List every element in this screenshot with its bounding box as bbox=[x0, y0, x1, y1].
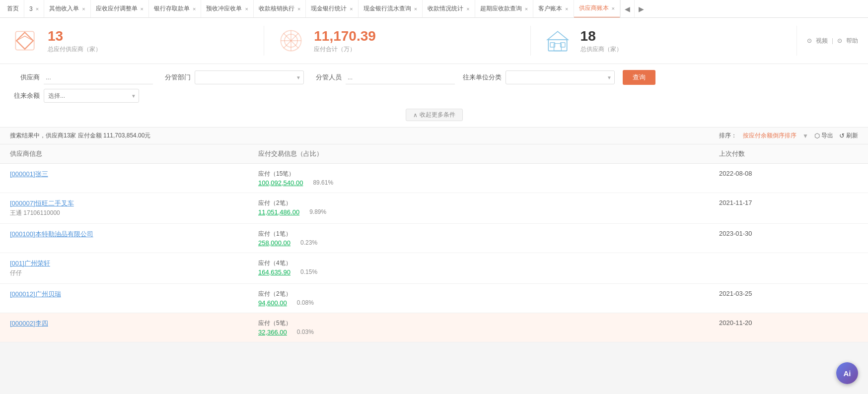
payable-amount-1[interactable]: 11,051,486.00 bbox=[258, 208, 299, 216]
last-payment-5: 2020-11-20 bbox=[719, 319, 858, 327]
nav-tab-other-income-close[interactable]: × bbox=[82, 6, 85, 12]
payable-percent-4: 0.08% bbox=[297, 299, 314, 306]
supplier-link-1[interactable]: [000007]恒旺二手叉车 bbox=[10, 199, 258, 208]
nav-tab-supplier-book[interactable]: 供应商账本 × bbox=[574, 0, 620, 18]
nav-tab-prepay-close[interactable]: × bbox=[245, 6, 248, 12]
export-icon: ⬡ bbox=[814, 132, 820, 139]
category-filter-label: 往来单位分类 bbox=[463, 73, 502, 82]
payable-cell-2: 258,000.00 0.23% bbox=[258, 238, 719, 247]
table-header: 供应商信息 应付交易信息（占比） 上次付数 bbox=[0, 144, 868, 164]
supplier-info-5: [000002]李四 bbox=[10, 319, 258, 328]
summary-card-payable-total: 11,170.39 应付合计（万） bbox=[264, 26, 530, 56]
nav-tab-overdue-close[interactable]: × bbox=[525, 6, 528, 12]
nav-tab-bank-close[interactable]: × bbox=[193, 6, 196, 12]
payable-info-3: 应付（4笔） 164,635.90 0.15% bbox=[258, 259, 719, 276]
nav-tab-other-income[interactable]: 其他收入单 × bbox=[44, 0, 90, 18]
payable-amount-0[interactable]: 100,092,540.00 bbox=[258, 179, 303, 187]
payable-info-2: 应付（1笔） 258,000.00 0.23% bbox=[258, 230, 719, 247]
nav-tab-payment[interactable]: 收款核销执行 × bbox=[254, 0, 306, 18]
summary-card-total-suppliers: 18 总供应商（家） bbox=[531, 26, 797, 56]
help-link[interactable]: 帮助 bbox=[846, 37, 858, 45]
nav-tab-collection-stat[interactable]: 收款情况统计 × bbox=[423, 0, 475, 18]
summary-section: 13 总应付供应商（家） 11,170.39 应付合计（万） bbox=[0, 18, 868, 64]
nav-arrow-right[interactable]: ▶ bbox=[634, 0, 648, 18]
supplier-sub-1: 王通 17106110000 bbox=[10, 209, 258, 217]
table-row: [000012]广州贝瑞 应付（2笔） 94,600.00 0.08% 2021… bbox=[0, 284, 868, 313]
nav-tab-bank[interactable]: 银行存取款单 × bbox=[149, 0, 201, 18]
payable-cell-0: 100,092,540.00 89.61% bbox=[258, 178, 719, 187]
sort-value[interactable]: 按应付余额倒序排序 bbox=[743, 131, 796, 140]
nav-tab-cash-bank-close[interactable]: × bbox=[350, 6, 353, 12]
person-filter-input[interactable] bbox=[346, 70, 455, 84]
filter-item-supplier: 供应商 bbox=[10, 70, 153, 84]
last-payment-1: 2021-11-17 bbox=[719, 199, 858, 206]
sort-dropdown-icon[interactable]: ▼ bbox=[802, 132, 808, 139]
payable-percent-1: 9.89% bbox=[309, 208, 326, 215]
refresh-icon: ↺ bbox=[839, 132, 845, 139]
payable-count-5: 应付（5笔） bbox=[258, 319, 719, 328]
payable-percent-2: 0.23% bbox=[300, 239, 317, 246]
nav-tab-overdue[interactable]: 超期应收款查询 × bbox=[475, 0, 533, 18]
payable-count-2: 应付（1笔） bbox=[258, 230, 719, 238]
balance-filter-input[interactable] bbox=[44, 89, 139, 103]
collapse-button[interactable]: ∧ 收起更多条件 bbox=[406, 109, 463, 121]
nav-tab-ar-ap-adjust[interactable]: 应收应付调整单 × bbox=[91, 0, 149, 18]
nav-tab-customer-book[interactable]: 客户账本 × bbox=[533, 0, 574, 18]
refresh-button[interactable]: ↺ 刷新 bbox=[839, 131, 858, 140]
nav-tab-supplier-book-close[interactable]: × bbox=[612, 5, 615, 11]
table-row: [000007]恒旺二手叉车 王通 17106110000 应付（2笔） 11,… bbox=[0, 193, 868, 224]
supplier-link-2[interactable]: [000100]本特勒油品有限公司 bbox=[10, 230, 258, 239]
supplier-filter-input[interactable] bbox=[44, 70, 153, 84]
export-button[interactable]: ⬡ 导出 bbox=[814, 131, 833, 140]
nav-tab-collection-stat-close[interactable]: × bbox=[466, 6, 469, 12]
payable-amount-4[interactable]: 94,600.00 bbox=[258, 299, 287, 307]
last-payment-date-1: 2021-11-17 bbox=[719, 199, 752, 206]
summary-icon-store bbox=[543, 26, 573, 56]
filter-row-1: 供应商 分管部门 ▼ 分管人员 往来单位分类 ▼ 查询 bbox=[10, 70, 858, 85]
filter-item-balance: 往来余额 ▼ bbox=[10, 89, 139, 103]
summary-card-payable-suppliers: 13 总应付供应商（家） bbox=[10, 26, 264, 56]
nav-tab-payment-close[interactable]: × bbox=[297, 6, 300, 12]
category-filter-input[interactable] bbox=[506, 70, 615, 84]
table-row: [000001]张三 应付（15笔） 100,092,540.00 89.61%… bbox=[0, 164, 868, 193]
payable-amount-3[interactable]: 164,635.90 bbox=[258, 268, 290, 276]
balance-filter-label: 往来余额 bbox=[10, 91, 40, 100]
result-actions: 排序： 按应付余额倒序排序 ▼ ⬡ 导出 ↺ 刷新 bbox=[719, 131, 858, 140]
nav-tab-prepay[interactable]: 预收冲应收单 × bbox=[201, 0, 253, 18]
nav-tab-ar-ap-adjust-close[interactable]: × bbox=[141, 6, 144, 12]
refresh-label: 刷新 bbox=[846, 131, 858, 140]
last-payment-date-0: 2022-08-08 bbox=[719, 170, 752, 177]
nav-tab-3[interactable]: 3 × bbox=[24, 0, 44, 18]
payable-cell-5: 32,366.00 0.03% bbox=[258, 328, 719, 336]
payable-percent-5: 0.03% bbox=[297, 328, 314, 335]
supplier-link-5[interactable]: [000002]李四 bbox=[10, 319, 258, 328]
collapse-up-icon: ∧ bbox=[413, 112, 418, 119]
payable-amount-5[interactable]: 32,366.00 bbox=[258, 328, 287, 336]
video-link[interactable]: 视频 bbox=[816, 37, 828, 45]
svg-rect-0 bbox=[15, 31, 34, 50]
last-payment-date-4: 2021-03-25 bbox=[719, 290, 752, 297]
payable-suppliers-label: 总应付供应商（家） bbox=[48, 45, 101, 54]
nav-tab-cash-flow-close[interactable]: × bbox=[414, 6, 417, 12]
dept-filter-input[interactable] bbox=[195, 70, 304, 84]
export-label: 导出 bbox=[821, 131, 833, 140]
collapse-label: 收起更多条件 bbox=[420, 111, 455, 119]
table-row: [001]广州荣轩 仔仔 应付（4笔） 164,635.90 0.15% bbox=[0, 253, 868, 284]
query-button[interactable]: 查询 bbox=[623, 70, 655, 85]
nav-tab-cash-flow[interactable]: 现金银行流水查询 × bbox=[359, 0, 423, 18]
supplier-link-3[interactable]: [001]广州荣轩 bbox=[10, 259, 258, 268]
nav-tab-3-close[interactable]: × bbox=[36, 6, 39, 12]
nav-tab-home[interactable]: 首页 bbox=[2, 0, 24, 18]
payable-total-number: 11,170.39 bbox=[314, 28, 376, 45]
nav-tab-cash-bank[interactable]: 现金银行统计 × bbox=[306, 0, 358, 18]
nav-tab-customer-book-close[interactable]: × bbox=[565, 6, 568, 12]
result-bar: 搜索结果中，供应商13家 应付金额 111,703,854.00元 排序： 按应… bbox=[0, 128, 868, 144]
summary-info-total-suppliers: 18 总供应商（家） bbox=[580, 28, 622, 54]
supplier-info-4: [000012]广州贝瑞 bbox=[10, 290, 258, 299]
payable-amount-2[interactable]: 258,000.00 bbox=[258, 239, 290, 247]
supplier-link-4[interactable]: [000012]广州贝瑞 bbox=[10, 290, 258, 299]
supplier-link-0[interactable]: [000001]张三 bbox=[10, 170, 258, 179]
sort-label: 排序： bbox=[719, 131, 737, 140]
nav-arrow-left[interactable]: ◀ bbox=[620, 0, 634, 18]
last-payment-date-5: 2020-11-20 bbox=[719, 319, 752, 327]
